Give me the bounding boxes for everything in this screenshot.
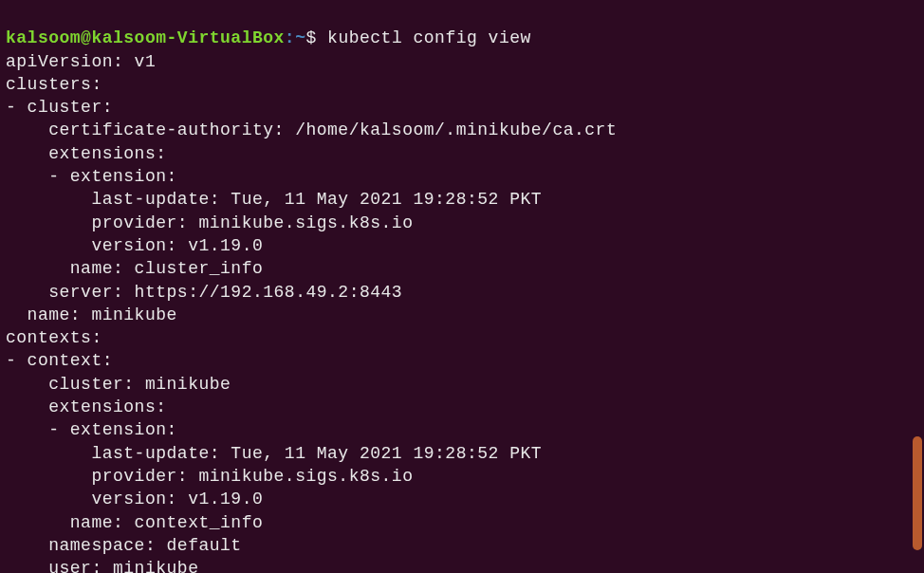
output-line: version: v1.19.0 (6, 236, 263, 255)
output-line: extensions: (6, 144, 167, 163)
scrollbar-thumb[interactable] (913, 436, 922, 550)
output-line: name: context_info (6, 513, 263, 532)
prompt-colon: : (285, 28, 295, 47)
output-line: name: minikube (6, 305, 177, 324)
output-line: user: minikube (6, 559, 198, 573)
output-line: last-update: Tue, 11 May 2021 19:28:52 P… (6, 190, 542, 209)
output-line: - context: (6, 351, 113, 370)
prompt-symbol: $ (305, 28, 327, 47)
output-line: extensions: (6, 397, 167, 416)
output-line: certificate-authority: /home/kalsoom/.mi… (6, 120, 617, 139)
output-line: version: v1.19.0 (6, 490, 263, 508)
output-line: name: cluster_info (6, 259, 263, 278)
output-line: apiVersion: v1 (6, 52, 156, 71)
output-line: cluster: minikube (6, 375, 231, 394)
output-line: clusters: (6, 75, 102, 94)
output-line: server: https://192.168.49.2:8443 (6, 283, 402, 302)
command-text: kubectl config view (327, 28, 531, 47)
prompt-user-host: kalsoom@kalsoom-VirtualBox (6, 28, 285, 47)
output-line: provider: minikube.sigs.k8s.io (6, 467, 413, 486)
output-line: contexts: (6, 328, 102, 347)
output-line: namespace: default (6, 536, 242, 555)
output-line: last-update: Tue, 11 May 2021 19:28:52 P… (6, 444, 542, 463)
output-line: - cluster: (6, 98, 113, 117)
output-line: - extension: (6, 167, 177, 186)
output-line: provider: minikube.sigs.k8s.io (6, 213, 413, 232)
prompt-path: ~ (295, 28, 305, 47)
output-line: - extension: (6, 420, 177, 439)
terminal-output-area[interactable]: kalsoom@kalsoom-VirtualBox:~$ kubectl co… (6, 4, 918, 573)
